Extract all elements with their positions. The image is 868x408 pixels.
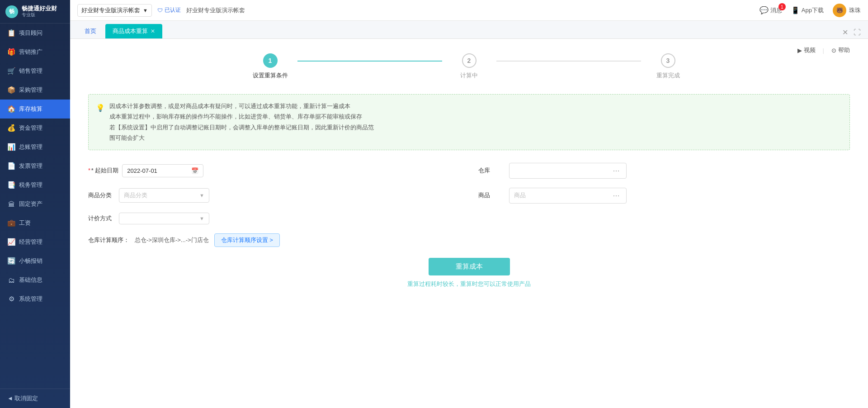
sidebar: 畅 畅捷通好业财 专业版 📋 项目顾问 🎁 营销推广 🛒 销售管理 📦 采购管理… <box>0 0 70 408</box>
start-date-label: * * 起始日期 <box>88 166 118 175</box>
step-connector-2 <box>496 61 641 62</box>
marketing-icon: 🎁 <box>7 48 15 56</box>
product-label: 商品 <box>478 191 505 199</box>
purchase-icon: 📦 <box>7 86 15 94</box>
ops-icon: 📈 <box>7 238 15 246</box>
tab-recalc[interactable]: 商品成本重算 ✕ <box>105 24 162 38</box>
start-date-input[interactable]: 2022-07-01 📅 <box>122 164 203 177</box>
sidebar-item-sales[interactable]: 🛒 销售管理 <box>0 62 70 81</box>
inventory-icon: 🏠 <box>7 105 15 113</box>
help-link[interactable]: ⊙ 帮助 <box>831 46 850 54</box>
app-logo-text: 畅捷通好业财 专业版 <box>22 5 57 19</box>
expense-icon: 🔄 <box>7 257 15 265</box>
accounting-icon: 📊 <box>7 143 15 151</box>
phone-icon: 📱 <box>791 6 800 14</box>
sidebar-item-assets[interactable]: 🏛 固定资产 <box>0 195 70 213</box>
notice-text: 因成本计算参数调整，或是对商品成本有疑问时，可以通过成本重算功能，重新计算一遍成… <box>109 101 374 143</box>
verified-badge: 🛡 已认证 <box>157 6 181 14</box>
sidebar-item-system[interactable]: ⚙ 系统管理 <box>0 289 70 308</box>
recalc-section: 重算成本 重算过程耗时较长，重算时您可以正常使用产品 <box>88 258 850 288</box>
sidebar-item-basic[interactable]: 🗂 基础信息 <box>0 270 70 289</box>
notice-box: 💡 因成本计算参数调整，或是对商品成本有疑问时，可以通过成本重算功能，重新计算一… <box>88 94 850 150</box>
warehouse-label: 仓库 <box>478 166 505 175</box>
form-row-3: 计价方式 ▼ <box>88 213 850 224</box>
topbar: 好业财专业版演示帐套 ▼ 🛡 已认证 好业财专业版演示帐套 💬 消息 1 📱 A… <box>70 0 868 21</box>
calendar-icon: 📅 <box>191 167 198 174</box>
help-icon: ⊙ <box>831 47 836 54</box>
step-2-circle: 2 <box>462 53 476 68</box>
sidebar-item-purchase[interactable]: 📦 采购管理 <box>0 81 70 100</box>
account-selector[interactable]: 好业财专业版演示帐套 ▼ <box>77 4 152 17</box>
tax-icon: 📑 <box>7 181 15 189</box>
sidebar-item-inventory[interactable]: 🏠 库存核算 <box>0 100 70 119</box>
sidebar-item-ops[interactable]: 📈 经营管理 <box>0 232 70 251</box>
tab-close-icon[interactable]: ✕ <box>151 28 155 34</box>
message-icon: 💬 <box>760 6 769 14</box>
start-date-group: * * 起始日期 2022-07-01 📅 <box>88 164 460 177</box>
project-icon: 📋 <box>7 29 15 37</box>
category-label: 商品分类 <box>88 191 115 199</box>
app-logo-icon: 畅 <box>5 5 18 18</box>
sidebar-item-project[interactable]: 📋 项目顾问 <box>0 24 70 43</box>
step-1: 1 设置重算条件 <box>243 53 297 80</box>
warehouse-order-row: 仓库计算顺序： 总仓->深圳仓库->...->门店仓 仓库计算顺序设置 > <box>88 233 850 247</box>
product-input[interactable]: 商品 ··· <box>509 188 627 204</box>
sidebar-item-marketing[interactable]: 🎁 营销推广 <box>0 43 70 62</box>
category-select[interactable]: 商品分类 ▼ <box>119 188 209 203</box>
category-group: 商品分类 商品分类 ▼ <box>88 188 460 203</box>
step-1-label: 设置重算条件 <box>253 71 288 80</box>
tab-home[interactable]: 首页 <box>77 24 104 38</box>
finance-icon: 💰 <box>7 124 15 132</box>
message-button[interactable]: 💬 消息 1 <box>760 6 782 14</box>
chevron-down-icon: ▼ <box>143 8 148 13</box>
step-connector-1 <box>297 61 442 62</box>
step-1-circle: 1 <box>263 53 278 68</box>
pricing-group: 计价方式 ▼ <box>88 213 850 224</box>
salary-icon: 💼 <box>7 219 15 227</box>
step-2-label: 计算中 <box>460 71 478 80</box>
sidebar-item-expense[interactable]: 🔄 小畅报销 <box>0 251 70 270</box>
sidebar-item-invoice[interactable]: 📄 发票管理 <box>0 157 70 176</box>
recalc-button[interactable]: 重算成本 <box>429 258 510 275</box>
warehouse-group: 仓库 ··· <box>478 163 850 179</box>
play-icon: ▶ <box>797 47 802 54</box>
steps-container: 1 设置重算条件 2 计算中 3 重算完成 <box>88 50 850 80</box>
product-group: 商品 商品 ··· <box>478 188 850 204</box>
sidebar-footer-unpin[interactable]: ◄ 取消固定 <box>0 389 70 408</box>
assets-icon: 🏛 <box>7 200 15 208</box>
content-top-right: ▶ 视频 | ⊙ 帮助 <box>797 46 850 54</box>
topbar-right: 💬 消息 1 📱 App下载 🐻 珠珠 <box>760 4 861 17</box>
sidebar-item-accounting[interactable]: 📊 总账管理 <box>0 138 70 157</box>
step-2: 2 计算中 <box>442 53 496 80</box>
bulb-icon: 💡 <box>96 102 105 143</box>
close-window-button[interactable]: ✕ <box>842 28 848 37</box>
tabbar: 首页 商品成本重算 ✕ ✕ ⛶ <box>70 21 868 39</box>
pricing-label: 计价方式 <box>88 214 115 223</box>
system-icon: ⚙ <box>7 295 15 303</box>
expand-window-button[interactable]: ⛶ <box>854 28 861 37</box>
product-more-icon[interactable]: ··· <box>611 191 621 200</box>
sidebar-item-salary[interactable]: 💼 工资 <box>0 213 70 232</box>
invoice-icon: 📄 <box>7 162 15 170</box>
app-download-button[interactable]: 📱 App下载 <box>791 6 824 14</box>
sidebar-item-finance[interactable]: 💰 资金管理 <box>0 119 70 138</box>
user-avatar: 🐻 <box>833 4 846 17</box>
form-row-1: * * 起始日期 2022-07-01 📅 仓库 ··· <box>88 163 850 179</box>
main-area: 好业财专业版演示帐套 ▼ 🛡 已认证 好业财专业版演示帐套 💬 消息 1 📱 A… <box>70 0 868 408</box>
step-3-label: 重算完成 <box>656 71 680 80</box>
form-row-2: 商品分类 商品分类 ▼ 商品 商品 ··· <box>88 188 850 204</box>
step-3: 3 重算完成 <box>641 53 695 80</box>
basic-icon: 🗂 <box>7 276 15 284</box>
shield-icon: 🛡 <box>157 7 163 14</box>
warehouse-order-value: 总仓->深圳仓库->...->门店仓 <box>135 236 209 244</box>
pricing-select[interactable]: ▼ <box>119 213 209 224</box>
sidebar-logo: 畅 畅捷通好业财 专业版 <box>0 0 70 24</box>
warehouse-more-icon[interactable]: ··· <box>611 166 621 176</box>
sales-icon: 🛒 <box>7 67 15 75</box>
warehouse-order-settings-button[interactable]: 仓库计算顺序设置 > <box>214 233 280 247</box>
user-menu[interactable]: 🐻 珠珠 <box>833 4 861 17</box>
video-link[interactable]: ▶ 视频 <box>797 46 816 54</box>
warehouse-input[interactable]: ··· <box>509 163 627 179</box>
sidebar-item-tax[interactable]: 📑 税务管理 <box>0 176 70 195</box>
step-3-circle: 3 <box>661 53 675 68</box>
